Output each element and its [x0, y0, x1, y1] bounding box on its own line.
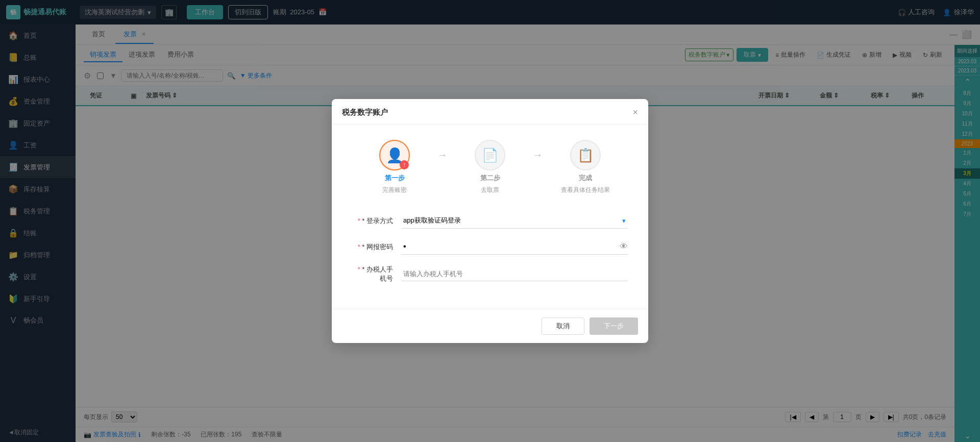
- password-input[interactable]: [401, 239, 620, 254]
- next-button[interactable]: 下一步: [590, 317, 638, 335]
- step-2: 📄 第二步 去取票: [448, 140, 533, 194]
- step-1-icon-wrap: 👤 !: [379, 140, 410, 170]
- step-1-desc: 完善账密: [382, 186, 407, 194]
- step-2-icon: 📄: [475, 140, 505, 170]
- step-arrow-2: →: [532, 140, 543, 161]
- modal-footer: 取消 下一步: [332, 309, 648, 343]
- step-2-desc: 去取票: [481, 186, 499, 194]
- modal-body: 👤 ! 第一步 完善账密 → 📄 第二步: [332, 125, 648, 309]
- phone-label: * 办税人手机号: [352, 265, 393, 283]
- login-method-select[interactable]: app获取验证码登录 ▾: [401, 213, 628, 229]
- login-method-chevron-icon: ▾: [622, 217, 626, 225]
- password-row: * 网报密码 👁: [352, 239, 628, 255]
- password-field-wrap: 👁: [401, 239, 628, 255]
- step-2-title: 第二步: [480, 174, 500, 183]
- step-1: 👤 ! 第一步 完善账密: [352, 140, 437, 194]
- phone-input[interactable]: [401, 267, 628, 281]
- phone-row: * 办税人手机号: [352, 265, 628, 283]
- login-method-row: * 登录方式 app获取验证码登录 ▾: [352, 213, 628, 229]
- modal-title: 税务数字账户: [342, 108, 388, 117]
- password-label: * 网报密码: [352, 242, 393, 252]
- step-arrow-1: →: [437, 140, 448, 161]
- login-method-label: * 登录方式: [352, 216, 393, 226]
- step-1-error-badge: !: [400, 160, 409, 169]
- clipboard-icon: 📋: [577, 148, 594, 163]
- steps: 👤 ! 第一步 完善账密 → 📄 第二步: [352, 140, 628, 194]
- cancel-button[interactable]: 取消: [542, 317, 584, 335]
- step-3: 📋 完成 查看具体任务结果: [543, 140, 628, 194]
- tax-digital-modal: 税务数字账户 × 👤 ! 第一步 完善账密 →: [332, 99, 648, 343]
- step-3-icon: 📋: [570, 140, 601, 170]
- eye-icon[interactable]: 👁: [620, 242, 628, 251]
- step-1-title: 第一步: [385, 174, 405, 183]
- modal-overlay: 税务数字账户 × 👤 ! 第一步 完善账密 →: [0, 0, 980, 442]
- step-3-title: 完成: [579, 174, 592, 183]
- modal-close-button[interactable]: ×: [632, 107, 638, 118]
- modal-header: 税务数字账户 ×: [332, 99, 648, 125]
- step-2-icon-wrap: 📄: [475, 140, 505, 170]
- step-3-desc: 查看具体任务结果: [561, 186, 610, 194]
- step-3-icon-wrap: 📋: [570, 140, 601, 170]
- document-icon: 📄: [482, 148, 498, 163]
